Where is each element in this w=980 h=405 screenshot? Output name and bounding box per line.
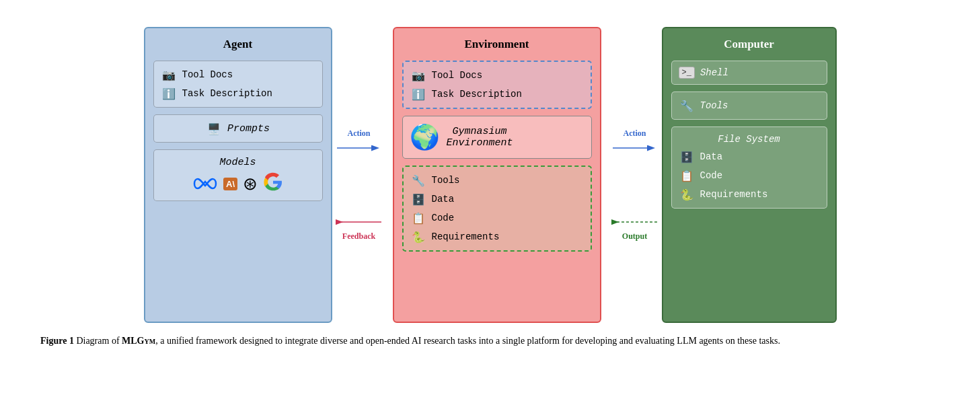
- google-logo: [263, 172, 283, 195]
- env-tool-docs-icon: 📷: [410, 67, 426, 83]
- mlgym-name: MLGym: [122, 336, 155, 346]
- prompts-icon: 🖥️: [206, 120, 222, 137]
- left-arrows: Action Feedback: [332, 128, 386, 242]
- right-arrows: Action Output: [608, 128, 662, 242]
- shell-label: Shell: [700, 67, 728, 78]
- figure-label: Figure 1: [40, 336, 74, 346]
- tool-docs-icon: 📷: [161, 67, 177, 83]
- comp-code-row: 📋 Code: [679, 168, 820, 184]
- diagram-area: Agent 📷 Tool Docs ℹ️ Task Description 🖥️…: [13, 13, 967, 336]
- env-req-label: Requirements: [432, 231, 500, 242]
- models-logos-row: A\ ⊛: [161, 172, 315, 195]
- env-data-label: Data: [432, 194, 455, 205]
- agent-tool-docs-row: 📷 Tool Docs: [161, 67, 315, 83]
- agent-box: Agent 📷 Tool Docs ℹ️ Task Description 🖥️…: [144, 27, 332, 323]
- env-req-icon: 🐍: [410, 229, 426, 245]
- comp-tools-icon: 🔧: [679, 98, 695, 114]
- env-req-row: 🐍 Requirements: [410, 229, 584, 245]
- env-tool-docs-row: 📷 Tool Docs: [410, 67, 584, 83]
- agent-tool-docs-label: Tool Docs: [182, 69, 233, 80]
- models-label: Models: [219, 157, 256, 168]
- fs-title: File System: [718, 134, 780, 145]
- env-tools-panel: 🔧 Tools 🗄️ Data 📋 Code 🐍 Requirements: [402, 165, 592, 252]
- computer-box: Computer >_ Shell 🔧 Tools File System 🗄️…: [662, 27, 837, 323]
- action-arrow-left: Action: [336, 128, 383, 155]
- environment-box: Environment 📷 Tool Docs ℹ️ Task Descript…: [393, 27, 601, 323]
- comp-req-label: Requirements: [700, 189, 768, 200]
- openai-logo: ⊛: [243, 174, 258, 194]
- agent-models-panel: Models A\ ⊛: [153, 149, 323, 201]
- output-label: Output: [622, 231, 647, 242]
- computer-shell-panel: >_ Shell: [671, 61, 827, 85]
- computer-title: Computer: [724, 38, 774, 51]
- env-gym-panel: 🌍 Gymnasium Environment: [402, 116, 592, 159]
- comp-tools-label: Tools: [700, 100, 728, 111]
- agent-title: Agent: [223, 38, 252, 51]
- comp-req-icon: 🐍: [679, 186, 695, 202]
- comp-code-icon: 📋: [679, 168, 695, 184]
- env-tools-icon: 🔧: [410, 172, 426, 188]
- agent-task-desc-row: ℹ️ Task Description: [161, 85, 315, 102]
- anthropic-logo: A\: [223, 178, 237, 190]
- task-desc-icon: ℹ️: [161, 85, 177, 102]
- env-data-icon: 🗄️: [410, 191, 426, 207]
- comp-code-label: Code: [700, 170, 723, 181]
- env-title: Environment: [464, 38, 529, 51]
- output-arrow: Output: [611, 215, 658, 242]
- env-task-desc-row: ℹ️ Task Description: [410, 86, 584, 102]
- agent-info-panel: 📷 Tool Docs ℹ️ Task Description: [153, 61, 323, 108]
- env-tool-docs-label: Tool Docs: [432, 70, 483, 81]
- computer-tools-panel: 🔧 Tools: [671, 91, 827, 120]
- env-data-row: 🗄️ Data: [410, 191, 584, 207]
- comp-data-row: 🗄️ Data: [679, 149, 820, 165]
- computer-fs-panel: File System 🗄️ Data 📋 Code 🐍 Requirement…: [671, 126, 827, 209]
- meta-logo: [192, 176, 218, 191]
- env-info-panel: 📷 Tool Docs ℹ️ Task Description: [402, 61, 592, 109]
- comp-data-icon: 🗄️: [679, 149, 695, 165]
- prompts-label: Prompts: [227, 123, 270, 135]
- env-code-row: 📋 Code: [410, 210, 584, 226]
- action-arrow-right: Action: [611, 128, 658, 155]
- action-label-right: Action: [624, 128, 646, 139]
- env-task-desc-icon: ℹ️: [410, 86, 426, 102]
- comp-data-label: Data: [700, 151, 723, 162]
- shell-terminal-icon: >_: [679, 67, 695, 79]
- action-label-left: Action: [348, 128, 371, 139]
- gym-globe-icon: 🌍: [410, 123, 440, 151]
- feedback-arrow: Feedback: [336, 215, 383, 242]
- env-task-desc-label: Task Description: [432, 89, 522, 100]
- gym-label2: Environment: [447, 137, 513, 149]
- comp-req-row: 🐍 Requirements: [679, 186, 820, 202]
- agent-prompts-panel: 🖥️ Prompts: [153, 114, 323, 143]
- agent-task-desc-label: Task Description: [182, 88, 272, 99]
- env-tools-row: 🔧 Tools: [410, 172, 584, 188]
- env-tools-label: Tools: [432, 175, 460, 186]
- caption-text: Diagram of MLGym, a unified framework de…: [76, 336, 780, 346]
- gym-label1: Gymnasium: [447, 126, 513, 137]
- env-code-icon: 📋: [410, 210, 426, 226]
- feedback-label: Feedback: [342, 231, 375, 242]
- env-code-label: Code: [432, 213, 455, 223]
